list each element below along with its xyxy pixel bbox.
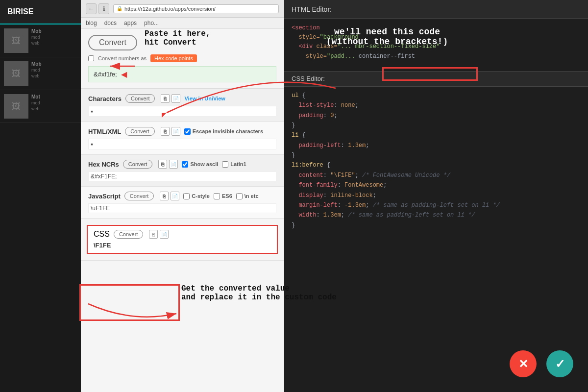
mob-content: Mob modweb bbox=[31, 61, 77, 79]
javascript-section: JavaScript Convert ⎘ 📄 C-style ES6 \n et… bbox=[81, 187, 284, 219]
hex-badge[interactable]: Hex code points bbox=[150, 54, 197, 62]
html-xml-convert-btn[interactable]: Convert bbox=[125, 127, 155, 136]
browser-nav: ← ℹ bbox=[86, 3, 109, 14]
code-prop: list-style bbox=[298, 102, 334, 109]
c-style-text: C-style bbox=[192, 193, 210, 199]
address-bar[interactable]: 🔒 https://r12a.github.io/apps/conversion… bbox=[113, 4, 279, 13]
characters-title: Characters Convert ⎘ 📄 View in UniView bbox=[88, 94, 276, 103]
javascript-title: JavaScript Convert ⎘ 📄 C-style ES6 \n et… bbox=[88, 192, 276, 200]
hex-ncrs-convert-btn[interactable]: Convert bbox=[123, 160, 153, 169]
code-prop: padding-left bbox=[298, 142, 341, 149]
mob-thumb-icon: 🖼 bbox=[12, 36, 21, 46]
mob-content: Mob modweb bbox=[31, 28, 77, 46]
css-label: CSS bbox=[94, 230, 110, 239]
css-highlight-box: CSS Convert ⎘ 📄 \F1FE bbox=[87, 225, 278, 254]
nav-apps[interactable]: apps bbox=[124, 20, 137, 26]
file-icon[interactable]: 📄 bbox=[160, 230, 169, 239]
code-val: "\F1FE" bbox=[330, 172, 355, 179]
convert-numbers-checkbox[interactable] bbox=[88, 55, 94, 61]
html-xml-section: HTML/XML Convert ⎘ 📄 Escape invisible ch… bbox=[81, 122, 284, 155]
list-item: 🖼 Mot modweb bbox=[0, 90, 81, 123]
code-line: container--first bbox=[359, 53, 415, 60]
javascript-convert-btn[interactable]: Convert bbox=[124, 192, 154, 200]
code-comment: /* same as padding-left set on li */ bbox=[348, 212, 475, 219]
latin1-checkbox[interactable] bbox=[222, 161, 228, 168]
main-convert-section: Convert Convert numbers as Hex code poin… bbox=[81, 29, 284, 89]
nav-blog[interactable]: blog bbox=[86, 20, 97, 26]
mob-content: Mot modweb bbox=[31, 94, 77, 112]
javascript-value: \uF1FE bbox=[88, 203, 276, 213]
latin1-label: Latin1 bbox=[222, 161, 246, 168]
main-convert-button[interactable]: Convert bbox=[88, 35, 137, 50]
bottom-buttons: ✕ ✓ bbox=[510, 350, 573, 377]
code-brace: } bbox=[292, 222, 295, 229]
n-etc-checkbox[interactable] bbox=[236, 193, 243, 199]
code-line: class= bbox=[316, 43, 337, 50]
hex-ncrs-title: Hex NCRs Convert ⎘ 📄 Show ascii Latin1 bbox=[88, 160, 276, 169]
css-section-container: CSS Convert ⎘ 📄 \F1FE bbox=[81, 219, 284, 261]
code-line: "padd... bbox=[327, 53, 355, 60]
css-convert-btn[interactable]: Convert bbox=[114, 230, 144, 239]
confirm-button[interactable]: ✓ bbox=[546, 350, 573, 377]
file-icon[interactable]: 📄 bbox=[171, 192, 179, 200]
confirm-icon: ✓ bbox=[555, 357, 565, 371]
info-button[interactable]: ℹ bbox=[98, 3, 109, 14]
mob-item-desc: modweb bbox=[31, 35, 77, 46]
c-style-checkbox[interactable] bbox=[183, 193, 190, 199]
nav-photos[interactable]: pho... bbox=[144, 20, 159, 26]
html-xml-title: HTML/XML Convert ⎘ 📄 Escape invisible ch… bbox=[88, 127, 276, 136]
file-icon[interactable]: 📄 bbox=[172, 127, 180, 136]
code-selector: li bbox=[292, 132, 298, 139]
cancel-button[interactable]: ✕ bbox=[510, 350, 537, 377]
es6-label: ES6 bbox=[214, 193, 232, 199]
css-value: \F1FE bbox=[94, 242, 271, 249]
code-val: 1.3em bbox=[323, 212, 341, 219]
html-editor-header: HTML Editor: bbox=[284, 0, 588, 19]
nav-docs[interactable]: docs bbox=[104, 20, 117, 26]
code-line: "background bbox=[320, 34, 359, 41]
copy-icon[interactable]: ⎘ bbox=[161, 127, 170, 136]
code-prop: font-family bbox=[298, 182, 337, 189]
mob-thumbnail: 🖼 bbox=[4, 94, 28, 119]
escape-checkbox[interactable] bbox=[184, 128, 191, 135]
html-code-block: <section style="background <div class=".… bbox=[284, 19, 588, 66]
sidebar: BIRISE 🖼 Mob modweb 🖼 Mob modweb 🖼 bbox=[0, 0, 81, 392]
es6-text: ES6 bbox=[222, 193, 232, 199]
characters-convert-btn[interactable]: Convert bbox=[125, 94, 155, 103]
code-val: FontAwesome bbox=[344, 182, 383, 189]
code-line: style= bbox=[292, 53, 327, 60]
copy-icon[interactable]: ⎘ bbox=[158, 160, 167, 169]
back-button[interactable]: ← bbox=[86, 3, 97, 14]
view-in-uniview-link[interactable]: View in UniView bbox=[184, 96, 225, 101]
html-editor-title: HTML Editor: bbox=[292, 5, 332, 13]
characters-section: Characters Convert ⎘ 📄 View in UniView ▪ bbox=[81, 89, 284, 122]
cancel-icon: ✕ bbox=[518, 357, 528, 371]
copy-icon[interactable]: ⎘ bbox=[149, 230, 158, 239]
file-icon[interactable]: 📄 bbox=[172, 94, 180, 103]
show-ascii-label: Show ascii bbox=[182, 161, 218, 168]
code-selector: li:before bbox=[292, 162, 323, 169]
sidebar-brand: BIRISE bbox=[0, 0, 81, 24]
file-icon[interactable]: 📄 bbox=[169, 160, 178, 169]
code-prop: padding bbox=[298, 112, 323, 119]
mob-item-title: Mot bbox=[31, 94, 77, 99]
result-value: &#xf1fe; bbox=[94, 71, 117, 78]
code-val: 1.3em bbox=[348, 142, 366, 149]
es6-checkbox[interactable] bbox=[214, 193, 220, 199]
code-val: inline-block bbox=[330, 192, 372, 199]
mob-item-title: Mob bbox=[31, 28, 77, 34]
mob-item-title: Mob bbox=[31, 61, 77, 67]
copy-icon[interactable]: ⎘ bbox=[160, 192, 169, 200]
code-selector: ul bbox=[292, 92, 298, 99]
copy-icon[interactable]: ⎘ bbox=[161, 94, 170, 103]
code-brace: { bbox=[302, 92, 306, 99]
list-item: 🖼 Mob modweb bbox=[0, 24, 81, 57]
characters-icon-btns: ⎘ 📄 bbox=[161, 94, 180, 103]
mob-thumbnail: 🖼 bbox=[4, 28, 28, 53]
result-box: &#xf1fe; ◀ bbox=[88, 66, 276, 82]
javascript-label: JavaScript bbox=[88, 193, 121, 200]
escape-label: Escape invisible characters bbox=[184, 128, 263, 135]
show-ascii-checkbox[interactable] bbox=[182, 161, 188, 168]
converter-panel: ← ℹ 🔒 https://r12a.github.io/apps/conver… bbox=[81, 0, 284, 392]
mob-item-desc: modweb bbox=[31, 100, 77, 112]
